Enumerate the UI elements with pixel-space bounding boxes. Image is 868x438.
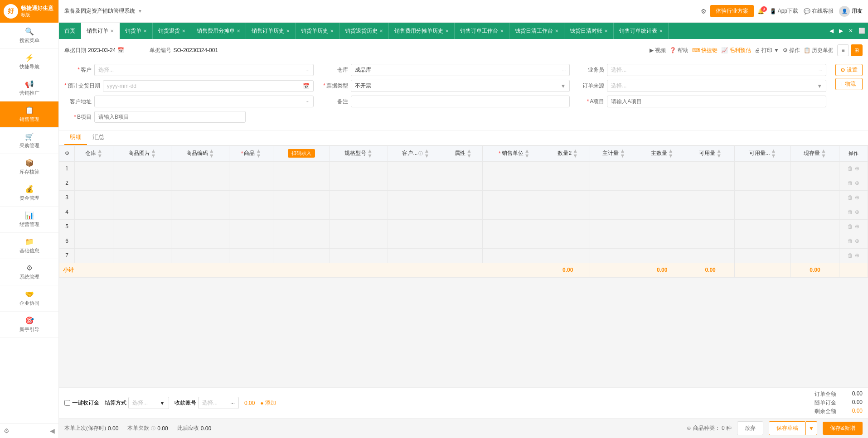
tab-order-history-close[interactable]: ✕ bbox=[286, 29, 290, 34]
tab-delivery-history-close[interactable]: ✕ bbox=[330, 29, 334, 34]
tab-return-history[interactable]: 销货退货历史 ✕ bbox=[339, 23, 389, 39]
row-spec[interactable] bbox=[330, 161, 388, 176]
sidebar-item-operations[interactable]: 📊 经营管理 bbox=[0, 207, 58, 233]
tab-daily-reconcile[interactable]: 钱货日清对账 ✕ bbox=[564, 23, 614, 39]
b-project-input[interactable] bbox=[94, 111, 246, 123]
delivery-date-input[interactable]: yyyy-mm-dd 📅 bbox=[103, 80, 314, 92]
tab-home[interactable]: 首页 bbox=[59, 23, 81, 39]
payment-method-select[interactable]: 选择... ▼ bbox=[128, 397, 169, 409]
one-click-checkbox-input[interactable] bbox=[64, 400, 70, 406]
view-action[interactable]: ▶ 视频 bbox=[650, 47, 666, 54]
row-available-qty2[interactable] bbox=[734, 161, 790, 176]
print-action[interactable]: 🖨 打印 ▼ bbox=[755, 47, 779, 54]
copy-icon[interactable]: ⊕ bbox=[855, 252, 859, 259]
delete-icon[interactable]: 🗑 bbox=[848, 238, 853, 244]
tab-order-workbench[interactable]: 销售订单工作台 ✕ bbox=[455, 23, 509, 39]
row-warehouse[interactable] bbox=[75, 161, 113, 176]
tab-sales-delivery[interactable]: 销货单 ✕ bbox=[120, 23, 153, 39]
calendar-icon[interactable]: 📅 bbox=[117, 47, 124, 53]
copy-icon[interactable]: ⊕ bbox=[855, 223, 859, 230]
row-sales-unit[interactable] bbox=[482, 161, 546, 176]
collapse-icon[interactable]: ◀ bbox=[50, 427, 55, 434]
user-menu[interactable]: 👤 用友 bbox=[839, 6, 863, 17]
delete-icon[interactable]: 🗑 bbox=[848, 180, 853, 186]
delete-icon[interactable]: 🗑 bbox=[848, 209, 853, 215]
setting-button[interactable]: ⚙ 设置 bbox=[835, 64, 863, 76]
row-customer-code[interactable] bbox=[388, 161, 444, 176]
tab-order-stats[interactable]: 销售订单统计表 ✕ bbox=[614, 23, 669, 39]
collection-account-select[interactable]: 选择... ··· bbox=[198, 397, 239, 409]
sidebar-item-nav[interactable]: ⚡ 快捷导航 bbox=[0, 49, 58, 75]
tab-summary[interactable]: 汇总 bbox=[87, 130, 110, 145]
save-new-button[interactable]: 保存&新增 bbox=[823, 422, 863, 435]
copy-icon[interactable]: ⊕ bbox=[855, 180, 859, 186]
tab-sales-return[interactable]: 销货退货 ✕ bbox=[153, 23, 191, 39]
notification-bell[interactable]: 🔔 9 bbox=[757, 8, 764, 14]
app-selector[interactable]: 装备及固定资产辅助管理系统 ▼ bbox=[64, 7, 697, 15]
copy-icon[interactable]: ⊕ bbox=[855, 194, 859, 201]
shortcut-action[interactable]: ⌨ 快捷键 bbox=[692, 47, 718, 54]
tab-sales-delivery-close[interactable]: ✕ bbox=[143, 29, 147, 34]
list-view-btn[interactable]: ≡ bbox=[837, 44, 849, 56]
sidebar-item-basic-info[interactable]: 📁 基础信息 bbox=[0, 233, 58, 259]
delete-icon[interactable]: 🗑 bbox=[848, 165, 853, 172]
save-draft-button[interactable]: 保存草稿 bbox=[769, 421, 806, 435]
tab-order-history[interactable]: 销售订单历史 ✕ bbox=[246, 23, 296, 39]
copy-icon[interactable]: ⊕ bbox=[855, 165, 859, 172]
add-goods-button[interactable]: + 物流 bbox=[835, 78, 863, 90]
tab-sales-order[interactable]: 销售订单 ✕ bbox=[81, 23, 120, 39]
discard-button[interactable]: 放弃 bbox=[737, 421, 763, 435]
help-action[interactable]: ❓ 帮助 bbox=[669, 47, 689, 54]
tab-close-all-btn[interactable]: ✕ bbox=[846, 23, 856, 39]
remark-input[interactable] bbox=[351, 96, 570, 107]
tab-delivery-history[interactable]: 销货单历史 ✕ bbox=[296, 23, 339, 39]
topbar-gear-icon[interactable]: ⚙ bbox=[701, 8, 707, 15]
copy-icon[interactable]: ⊕ bbox=[855, 209, 859, 215]
row-main-unit[interactable] bbox=[590, 161, 638, 176]
sidebar-item-sales[interactable]: 📋 销售管理 bbox=[0, 101, 58, 128]
invoice-type-select[interactable]: 不开票 ▼ bbox=[351, 80, 570, 92]
row-product-img[interactable] bbox=[113, 161, 171, 176]
delete-icon[interactable]: 🗑 bbox=[848, 223, 853, 230]
tab-sales-return-close[interactable]: ✕ bbox=[182, 29, 185, 34]
add-link[interactable]: ● 添加 bbox=[260, 399, 276, 407]
solution-button[interactable]: 体验行业方案 bbox=[710, 5, 754, 17]
copy-icon[interactable]: ⊕ bbox=[855, 238, 859, 244]
sidebar-item-purchase[interactable]: 🛒 采购管理 bbox=[0, 128, 58, 154]
date-value[interactable]: 2023-03-24 bbox=[88, 47, 116, 53]
sidebar-item-finance[interactable]: 💰 资金管理 bbox=[0, 180, 58, 207]
row-available-qty[interactable] bbox=[686, 161, 734, 176]
tab-expand-btn[interactable]: ⬜ bbox=[856, 23, 868, 39]
row-product-code[interactable] bbox=[171, 161, 229, 176]
tab-daily-workbench[interactable]: 钱货日清工作台 ✕ bbox=[509, 23, 564, 39]
tab-daily-reconcile-close[interactable]: ✕ bbox=[604, 29, 608, 34]
tab-order-workbench-close[interactable]: ✕ bbox=[500, 29, 504, 34]
customer-addr-input[interactable]: ··· bbox=[94, 96, 314, 107]
col-gear[interactable]: ⚙ bbox=[59, 146, 75, 162]
sidebar-item-search[interactable]: 🔍 搜索菜单 bbox=[0, 23, 58, 49]
row-product[interactable] bbox=[229, 161, 273, 176]
warehouse-input[interactable]: 成品库 ··· bbox=[351, 64, 570, 76]
row-main-qty[interactable] bbox=[638, 161, 686, 176]
sidebar-item-inventory[interactable]: 📦 库存核算 bbox=[0, 154, 58, 180]
delete-icon[interactable]: 🗑 bbox=[848, 252, 853, 259]
tab-cost-history-close[interactable]: ✕ bbox=[445, 29, 449, 34]
sidebar-item-system[interactable]: ⚙ 系统管理 bbox=[0, 259, 58, 285]
tab-order-stats-close[interactable]: ✕ bbox=[659, 29, 663, 34]
tab-sales-order-close[interactable]: ✕ bbox=[110, 29, 114, 34]
grid-view-btn[interactable]: ⊞ bbox=[851, 44, 863, 56]
salesperson-input[interactable]: 选择... ··· bbox=[607, 64, 826, 76]
sidebar-item-marketing[interactable]: 📢 营销推广 bbox=[0, 75, 58, 101]
customer-input[interactable]: 选择... ··· bbox=[94, 64, 314, 76]
profit-action[interactable]: 📈 毛利预估 bbox=[721, 47, 751, 54]
tab-detail[interactable]: 明细 bbox=[64, 130, 87, 145]
sidebar-item-collab[interactable]: 🤝 企业协同 bbox=[0, 285, 58, 312]
tab-return-history-close[interactable]: ✕ bbox=[379, 29, 383, 34]
row-current-qty[interactable] bbox=[791, 161, 839, 176]
settings-bottom-icon[interactable]: ⚙ bbox=[4, 427, 10, 434]
history-action[interactable]: 📋 历史单据 bbox=[804, 47, 834, 54]
tab-cost-split-close[interactable]: ✕ bbox=[237, 29, 240, 34]
operation-action[interactable]: ⚙ 操作 bbox=[783, 47, 800, 54]
row-qty2[interactable] bbox=[546, 161, 590, 176]
tab-prev-btn[interactable]: ◀ bbox=[827, 23, 836, 39]
